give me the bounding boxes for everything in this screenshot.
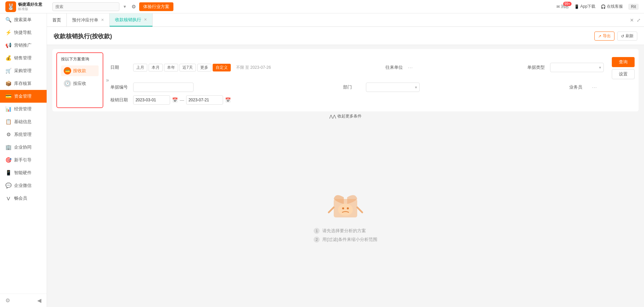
sidebar-icon-wechat: 💬 — [5, 183, 11, 189]
department-select[interactable] — [366, 83, 420, 92]
tab-bar-actions: ✕ ⤢ — [627, 13, 644, 27]
sidebar-icon-biz-mgmt: 📊 — [5, 106, 11, 112]
sidebar-item-guide[interactable]: 🎯新手引导 — [0, 154, 47, 166]
tab-close-receipt-writeoff[interactable]: ✕ — [144, 17, 147, 22]
page-header: 收款核销执行(按收款) ↗ 导出 ↺ 刷新 — [47, 27, 644, 45]
sidebar-item-inventory[interactable]: 📦库存核算 — [0, 77, 47, 90]
filter-option-by-receipt[interactable]: 💳 按收款 — [61, 65, 99, 76]
collapse-more-button[interactable]: ⋀⋀ 收起更多条件 — [324, 111, 367, 121]
tab-close-advance-offset[interactable]: ✕ — [101, 18, 104, 22]
empty-hint-1: 1 请先选择要分析的方案 — [314, 228, 377, 234]
close-window-icon[interactable]: ✕ — [630, 17, 634, 23]
svg-line-4 — [329, 207, 334, 212]
expand-icon[interactable]: ⤢ — [637, 17, 641, 23]
query-button[interactable]: 查询 — [612, 57, 635, 67]
sidebar-item-quick-nav[interactable]: ⚡快捷导航 — [0, 26, 47, 39]
sidebar-label-search-menu: 搜索菜单 — [14, 17, 32, 23]
sidebar-item-search-menu[interactable]: 🔍搜索菜单 — [0, 13, 47, 26]
sidebar-label-biz-mgmt: 经营管理 — [14, 106, 32, 112]
sidebar-item-wechat[interactable]: 💬企业微信 — [0, 179, 47, 192]
date-this-month-btn[interactable]: 本月 — [149, 64, 163, 71]
sidebar-label-purchase-mgmt: 采购管理 — [14, 68, 32, 74]
sidebar-icon-guide: 🎯 — [5, 157, 11, 163]
settings-button[interactable]: 设置 — [612, 69, 635, 79]
top-search-input[interactable] — [52, 2, 119, 11]
filter-left-panel: 按以下方案查询 💳 按收款 🕐 按应收 — [56, 52, 103, 108]
sidebar-icon-enterprise: 🏢 — [5, 144, 11, 150]
filter-panel: 按以下方案查询 💳 按收款 🕐 按应收 » 日期 上月 本 — [52, 49, 639, 111]
settings-icon[interactable]: ⚙ — [5, 297, 10, 304]
sidebar-icon-base-info: 📋 — [5, 119, 11, 125]
writeoff-date-start-input[interactable] — [133, 95, 170, 105]
sidebar-item-smart-hw[interactable]: 📱智能硬件 — [0, 166, 47, 179]
collapse-left-panel-button[interactable]: » — [105, 76, 110, 85]
message-area[interactable]: ✉ 消息 99+ — [556, 4, 569, 9]
chevron-down-icon[interactable]: ▼ — [123, 4, 127, 9]
user-name: Rit — [631, 4, 636, 9]
sidebar-item-purchase-mgmt[interactable]: 🛒采购管理 — [0, 64, 47, 77]
writeoff-date-start-cal-icon[interactable]: 📅 — [172, 97, 178, 103]
counterparty-label: 往来单位 — [385, 64, 404, 70]
svg-line-5 — [357, 207, 362, 212]
sidebar-label-marketing: 营销推广 — [14, 42, 32, 48]
export-button[interactable]: ↗ 导出 — [594, 32, 614, 41]
tab-advance-offset[interactable]: 预付冲应付单✕ — [67, 13, 110, 27]
writeoff-date-end-input[interactable] — [186, 95, 223, 105]
writeoff-date-end-cal-icon[interactable]: 📅 — [225, 97, 231, 103]
sidebar-label-wechat: 企业微信 — [14, 183, 32, 189]
writeoff-date-range: 📅 — 📅 — [133, 95, 231, 105]
online-service-link[interactable]: 🎧 在线客服 — [601, 4, 623, 9]
filter-row-3: 核销日期 📅 — 📅 — [110, 95, 635, 105]
collapse-sidebar-icon[interactable]: ◀ — [37, 297, 41, 304]
sidebar-label-inventory: 库存核算 — [14, 81, 32, 87]
sidebar-item-biz-mgmt[interactable]: 📊经营管理 — [0, 103, 47, 115]
svg-point-2 — [342, 207, 344, 209]
counterparty-ellipsis-icon[interactable]: ··· — [408, 65, 413, 70]
sidebar-icon-sales-mgmt: 💰 — [5, 55, 11, 61]
date-more-btn[interactable]: 更多 — [197, 64, 211, 71]
date-quick-btns: 上月 本月 本年 近7天 更多 自定义 — [133, 64, 231, 71]
staff-ellipsis-icon[interactable]: ··· — [592, 85, 597, 90]
sidebar-item-marketing[interactable]: 📢营销推广 — [0, 39, 47, 52]
tab-label-receipt-writeoff: 收款核销执行 — [115, 17, 141, 23]
sidebar-icon-purchase-mgmt: 🛒 — [5, 68, 11, 74]
date-7days-btn[interactable]: 近7天 — [179, 64, 196, 71]
brand-name: 畅捷通好生意 — [18, 2, 42, 7]
sidebar-label-sys-mgmt: 系统管理 — [14, 132, 32, 138]
empty-illustration — [325, 186, 366, 222]
date-label: 日期 — [110, 64, 129, 70]
sidebar-icon-sys-mgmt: ⚙ — [5, 132, 11, 138]
tab-label-home: 首页 — [52, 17, 61, 23]
solution-button[interactable]: 体验行业方案 — [139, 2, 173, 11]
tab-label-advance-offset: 预付冲应付单 — [72, 17, 98, 23]
sidebar-item-funds-mgmt[interactable]: 💳资金管理 — [0, 90, 47, 103]
empty-state: 1 请先选择要分析的方案 2 用[过滤]条件来缩小分析范围 — [47, 121, 644, 307]
tab-bar: 首页预付冲应付单✕收款核销执行✕ ✕ ⤢ — [47, 13, 644, 27]
voucher-type-select[interactable] — [550, 63, 604, 72]
sidebar-item-enterprise[interactable]: 🏢企业协同 — [0, 141, 47, 154]
sidebar-item-vip[interactable]: V畅会员 — [0, 192, 47, 205]
tab-home[interactable]: 首页 — [47, 13, 67, 27]
app-download-link[interactable]: 📱 App下载 — [574, 4, 595, 9]
page-title-row: 收款核销执行(按收款) ↗ 导出 ↺ 刷新 — [54, 32, 637, 41]
staff-label: 业务员 — [569, 84, 588, 90]
voucher-no-input[interactable] — [133, 83, 194, 92]
logo-area: 🐰 畅捷通好生意 标准版 — [5, 1, 49, 12]
tab-receipt-writeoff[interactable]: 收款核销执行✕ — [110, 13, 153, 27]
sidebar-label-enterprise: 企业协同 — [14, 144, 32, 150]
sidebar-icon-search-menu: 🔍 — [5, 17, 11, 23]
settings-gear-icon[interactable]: ⚙ — [131, 4, 136, 10]
sidebar-icon-quick-nav: ⚡ — [5, 30, 11, 36]
filter-option-by-receivable[interactable]: 🕐 按应收 — [61, 78, 99, 89]
export-icon: ↗ — [598, 34, 601, 39]
date-last-month-btn[interactable]: 上月 — [133, 64, 147, 71]
sidebar-item-sales-mgmt[interactable]: 💰销售管理 — [0, 52, 47, 64]
message-badge: 99+ — [563, 2, 572, 6]
sidebar-icon-vip: V — [5, 196, 11, 201]
date-this-year-btn[interactable]: 本年 — [164, 64, 178, 71]
refresh-button[interactable]: ↺ 刷新 — [617, 32, 637, 41]
sidebar-item-sys-mgmt[interactable]: ⚙系统管理 — [0, 128, 47, 141]
date-custom-btn[interactable]: 自定义 — [213, 64, 231, 71]
sidebar-item-base-info[interactable]: 📋基础信息 — [0, 115, 47, 128]
user-name-area[interactable]: Rit — [628, 4, 639, 10]
